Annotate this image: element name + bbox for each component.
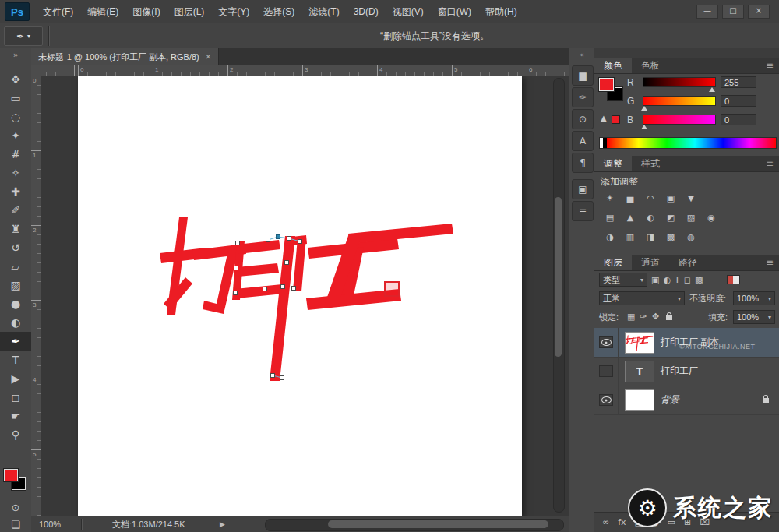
tab-styles[interactable]: 样式 <box>632 156 669 171</box>
link-layers-icon[interactable]: ∞ <box>602 517 609 527</box>
slider-thumb[interactable] <box>641 125 647 129</box>
background-layer-thumbnail[interactable] <box>625 389 654 411</box>
timeline-panel-icon[interactable]: ≡ <box>572 201 594 221</box>
tool-preset-picker[interactable]: ✒ ▾ <box>4 26 43 46</box>
lock-pixels-icon[interactable]: ✑ <box>640 310 647 324</box>
tab-layers[interactable]: 图层 <box>594 255 632 270</box>
adjustment-levels-icon[interactable]: ▅ <box>621 192 640 205</box>
opacity-value[interactable]: 100% ▾ <box>733 291 775 305</box>
red-channel-slider[interactable] <box>643 77 716 87</box>
slider-thumb[interactable] <box>641 106 647 111</box>
adjustment-color-balance-icon[interactable]: ▲ <box>621 211 640 224</box>
crop-tool[interactable]: # <box>0 145 31 164</box>
adjustment-gradient-map-icon[interactable]: ▩ <box>661 231 680 244</box>
lock-transparent-icon[interactable]: ▦ <box>627 310 635 324</box>
gradient-tool[interactable]: ▨ <box>0 276 31 294</box>
blue-channel-value[interactable]: 0 <box>721 114 756 125</box>
zoom-tool[interactable]: ⚲ <box>0 425 31 444</box>
info-panel-icon[interactable]: ⊙ <box>572 109 594 129</box>
blur-tool[interactable]: ● <box>0 294 31 313</box>
tab-color[interactable]: 颜色 <box>594 58 632 73</box>
adjustment-channel-mixer-icon[interactable]: ▨ <box>682 211 700 224</box>
menu-select[interactable]: 选择(S) <box>256 0 301 23</box>
menu-filter[interactable]: 滤镜(T) <box>301 0 346 23</box>
paragraph-panel-icon[interactable]: ¶ <box>572 153 594 173</box>
layer-row-text[interactable]: T 打印工厂 <box>594 357 779 386</box>
menu-file[interactable]: 文件(F) <box>36 0 80 23</box>
horizontal-ruler[interactable]: 0 1 2 3 4 5 6 <box>41 65 569 76</box>
panel-foreground-swatch[interactable] <box>599 78 614 91</box>
histogram-panel-icon[interactable]: ▆ <box>572 65 594 86</box>
quick-selection-tool[interactable]: ✦ <box>0 126 31 145</box>
character-panel-icon[interactable]: A <box>572 131 594 151</box>
vertical-scrollbar-thumb[interactable] <box>555 197 562 357</box>
quick-mask-button[interactable]: ⊙ <box>0 502 31 513</box>
vertical-ruler[interactable]: 0 1 2 3 4 5 <box>31 76 42 516</box>
gamut-warning-swatch[interactable] <box>612 115 620 124</box>
gamut-warning-icon[interactable]: ▲ <box>601 114 607 122</box>
adjustment-brightness-icon[interactable]: ☀ <box>601 192 619 205</box>
menu-layer[interactable]: 图层(L) <box>167 0 212 23</box>
visibility-cell[interactable] <box>594 386 619 414</box>
blue-channel-slider[interactable] <box>643 115 716 125</box>
text-layer-thumbnail[interactable]: T <box>625 361 654 382</box>
layer-style-icon[interactable]: fx <box>618 517 626 527</box>
layer-filter-dropdown[interactable]: 类型 ▾ <box>599 273 647 287</box>
menu-3d[interactable]: 3D(D) <box>347 0 386 23</box>
toolbar-collapse-button[interactable]: » <box>0 50 31 60</box>
rectangular-marquee-tool[interactable]: ▭ <box>0 89 31 107</box>
tab-paths[interactable]: 路径 <box>669 255 707 270</box>
green-channel-slider[interactable] <box>643 96 716 106</box>
fill-value[interactable]: 100% ▾ <box>733 310 775 324</box>
color-spectrum-ramp[interactable] <box>599 137 777 149</box>
adjustment-color-lookup-icon[interactable]: ◉ <box>702 211 721 224</box>
adjustment-exposure-icon[interactable]: ▣ <box>661 192 680 205</box>
panel-menu-icon[interactable]: ≡ <box>760 156 779 171</box>
horizontal-scrollbar-thumb[interactable] <box>328 520 548 528</box>
tab-swatches[interactable]: 色板 <box>632 58 669 73</box>
visibility-cell[interactable] <box>594 328 619 357</box>
filter-type-layers-icon[interactable]: T <box>675 275 680 285</box>
eyedropper-tool[interactable]: ✧ <box>0 164 31 182</box>
adjustment-posterize-icon[interactable]: ▥ <box>621 231 640 244</box>
filter-pixel-layers-icon[interactable]: ▣ <box>651 275 659 285</box>
green-channel-value[interactable]: 0 <box>721 95 756 107</box>
vertical-scrollbar[interactable] <box>553 78 565 513</box>
menu-window[interactable]: 窗口(W) <box>431 0 478 23</box>
adjustment-threshold-icon[interactable]: ◨ <box>641 231 660 244</box>
adjustment-black-white-icon[interactable]: ◐ <box>641 211 660 224</box>
slider-thumb[interactable] <box>709 87 715 92</box>
layer-name[interactable]: 打印工厂 <box>661 365 698 378</box>
tab-close-icon[interactable]: × <box>206 51 211 62</box>
horizontal-scrollbar[interactable] <box>265 519 564 531</box>
clone-source-panel-icon[interactable]: ▣ <box>572 179 594 199</box>
healing-brush-tool[interactable]: ✚ <box>0 182 31 201</box>
filter-shape-layers-icon[interactable]: ◻ <box>684 275 691 285</box>
move-tool[interactable]: ✥ <box>0 70 31 89</box>
layer-row-background[interactable]: 背景 <box>594 386 779 415</box>
dodge-tool[interactable]: ◐ <box>0 313 31 332</box>
lock-position-icon[interactable]: ✥ <box>652 310 659 324</box>
adjustment-photo-filter-icon[interactable]: ◩ <box>661 211 680 224</box>
blend-mode-dropdown[interactable]: 正常 ▾ <box>599 291 685 305</box>
adjustment-vibrance-icon[interactable]: ▼ <box>682 192 700 205</box>
layer-thumbnail[interactable] <box>625 332 654 354</box>
document-tab[interactable]: 未标题-1 @ 100% (打印工厂 副本, RGB/8) × <box>31 48 219 65</box>
adjustment-curves-icon[interactable]: ◠ <box>641 192 660 205</box>
menu-view[interactable]: 视图(V) <box>386 0 431 23</box>
dock-collapse-button[interactable]: « <box>569 51 594 58</box>
filter-adjustment-layers-icon[interactable]: ◐ <box>663 275 671 285</box>
layer-name[interactable]: 背景 <box>661 393 679 407</box>
foreground-color-swatch[interactable] <box>4 469 18 481</box>
history-brush-tool[interactable]: ↺ <box>0 238 31 257</box>
eraser-tool[interactable]: ▱ <box>0 257 31 276</box>
adjustment-invert-icon[interactable]: ◑ <box>601 231 619 244</box>
tab-adjustments[interactable]: 调整 <box>594 156 632 171</box>
zoom-level[interactable]: 100% <box>39 516 61 532</box>
clone-stamp-tool[interactable]: ♜ <box>0 220 31 238</box>
adjustment-selective-color-icon[interactable]: ◍ <box>682 231 700 244</box>
close-button[interactable]: × <box>748 5 770 19</box>
canvas[interactable] <box>78 76 522 516</box>
adjustment-hue-saturation-icon[interactable]: ▤ <box>601 211 619 224</box>
menu-type[interactable]: 文字(Y) <box>211 0 256 23</box>
